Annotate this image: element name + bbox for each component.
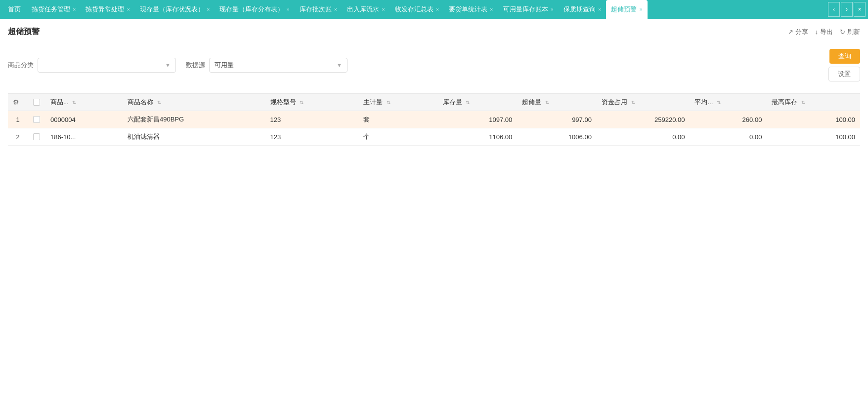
category-select[interactable]: ▼ — [38, 58, 176, 73]
row-avg: 0.00 — [690, 128, 767, 146]
chevron-down-icon: ▼ — [165, 62, 171, 68]
page-actions: ↗ 分享 ↓ 导出 ↻ 刷新 — [788, 28, 861, 37]
row-capital: 259220.00 — [597, 111, 690, 128]
export-icon: ↓ — [815, 28, 819, 36]
row-checkbox-cell — [28, 128, 45, 146]
th-unit[interactable]: 主计量 ⇅ — [358, 94, 438, 111]
table-row: 1 0000004 六配套新昌490BPG 123 套 1097.00 997.… — [8, 111, 860, 128]
sort-icon: ⇅ — [717, 100, 721, 105]
row-name: 机油滤清器 — [123, 128, 265, 146]
header-checkbox[interactable] — [33, 99, 40, 106]
tab-jianhuoyichangchuli[interactable]: 拣货异常处理 × — [81, 0, 134, 19]
row-maxstock: 100.00 — [767, 111, 860, 128]
row-num: 1 — [8, 111, 28, 128]
row-checkbox[interactable] — [33, 116, 40, 123]
nav-home[interactable]: 首页 — [2, 5, 27, 14]
close-icon[interactable]: × — [207, 6, 210, 12]
th-overstock[interactable]: 超储量 ⇅ — [517, 94, 597, 111]
nav-prev-button[interactable]: ‹ — [828, 2, 840, 17]
tab-jianhuorenwuguanli[interactable]: 拣货任务管理 × — [27, 0, 81, 19]
row-maxstock: 100.00 — [767, 128, 860, 146]
row-code: 0000004 — [45, 111, 123, 128]
tab-xiancunliang-kuanchuang[interactable]: 现存量（库存状况表） × — [135, 0, 215, 19]
close-icon[interactable]: × — [127, 6, 130, 12]
page-content: 超储预警 ↗ 分享 ↓ 导出 ↻ 刷新 商品分类 ▼ 数据源 — [0, 19, 868, 395]
datasource-filter-group: 数据源 可用量 ▼ — [186, 58, 347, 73]
th-avg[interactable]: 平均... ⇅ — [690, 94, 767, 111]
filter-row: 商品分类 ▼ 数据源 可用量 ▼ 查询 设置 — [8, 44, 860, 86]
datasource-select[interactable]: 可用量 ▼ — [209, 58, 347, 73]
tab-keyongliang[interactable]: 可用量库存账本 × — [498, 0, 559, 19]
close-icon[interactable]: × — [334, 6, 337, 12]
row-stock: 1097.00 — [438, 111, 518, 128]
page-title: 超储预警 — [8, 27, 40, 37]
row-unit: 套 — [358, 111, 438, 128]
table-body: 1 0000004 六配套新昌490BPG 123 套 1097.00 997.… — [8, 111, 860, 146]
th-spec[interactable]: 规格型号 ⇅ — [265, 94, 359, 111]
tab-shofahuizong[interactable]: 收发存汇总表 × — [390, 0, 444, 19]
export-button[interactable]: ↓ 导出 — [815, 28, 833, 37]
close-icon[interactable]: × — [436, 6, 439, 12]
top-nav: 首页 拣货任务管理 × 拣货异常处理 × 现存量（库存状况表） × 现存量（库存… — [0, 0, 868, 19]
sort-icon: ⇅ — [631, 100, 635, 105]
datasource-select-value: 可用量 — [215, 61, 234, 70]
th-capital[interactable]: 资金占用 ⇅ — [597, 94, 690, 111]
datasource-label: 数据源 — [186, 61, 205, 70]
tab-yaohuodantongji[interactable]: 要货单统计表 × — [444, 0, 498, 19]
sort-icon: ⇅ — [300, 100, 304, 105]
tab-kucunpici[interactable]: 库存批次账 × — [295, 0, 342, 19]
row-name: 六配套新昌490BPG — [123, 111, 265, 128]
share-button[interactable]: ↗ 分享 — [788, 28, 808, 37]
sort-icon: ⇅ — [466, 100, 470, 105]
th-checkbox[interactable] — [28, 94, 45, 111]
refresh-button[interactable]: ↻ 刷新 — [840, 28, 860, 37]
row-checkbox-cell — [28, 111, 45, 128]
gear-icon[interactable]: ⚙ — [13, 98, 19, 106]
th-settings[interactable]: ⚙ — [8, 94, 28, 111]
tab-chaochu-active[interactable]: 超储预警 × — [606, 0, 647, 19]
row-code: 186-10... — [45, 128, 123, 146]
chevron-down-icon: ▼ — [337, 62, 342, 68]
row-overstock: 1006.00 — [517, 128, 597, 146]
sort-icon: ⇅ — [545, 100, 549, 105]
th-name[interactable]: 商品名称 ⇅ — [123, 94, 265, 111]
close-icon[interactable]: × — [598, 6, 601, 12]
sort-icon: ⇅ — [157, 100, 161, 105]
row-spec: 123 — [265, 128, 359, 146]
row-avg: 260.00 — [690, 111, 767, 128]
share-icon: ↗ — [788, 28, 793, 36]
tab-baozhuqi[interactable]: 保质期查询 × — [559, 0, 606, 19]
settings-button[interactable]: 设置 — [828, 67, 860, 81]
row-checkbox[interactable] — [33, 133, 40, 140]
tab-churukuliushui[interactable]: 出入库流水 × — [342, 0, 390, 19]
nav-arrows: ‹ › × — [827, 0, 866, 19]
refresh-icon: ↻ — [840, 28, 845, 36]
sort-icon: ⇅ — [72, 100, 76, 105]
sort-icon: ⇅ — [801, 100, 805, 105]
th-stock[interactable]: 库存量 ⇅ — [438, 94, 518, 111]
sort-icon: ⇅ — [387, 100, 391, 105]
nav-close-button[interactable]: × — [854, 2, 866, 17]
row-capital: 0.00 — [597, 128, 690, 146]
row-stock: 1106.00 — [438, 128, 518, 146]
close-icon[interactable]: × — [286, 6, 289, 12]
close-icon[interactable]: × — [551, 6, 554, 12]
row-num: 2 — [8, 128, 28, 146]
data-table: ⚙ 商品... ⇅ 商品名称 ⇅ 规格型号 ⇅ — [8, 93, 860, 146]
close-icon[interactable]: × — [639, 6, 642, 12]
close-icon[interactable]: × — [73, 6, 76, 12]
category-filter-group: 商品分类 ▼ — [8, 58, 176, 73]
close-icon[interactable]: × — [382, 6, 385, 12]
th-maxstock[interactable]: 最高库存 ⇅ — [767, 94, 860, 111]
close-icon[interactable]: × — [490, 6, 493, 12]
category-label: 商品分类 — [8, 61, 34, 70]
action-buttons: 查询 设置 — [828, 49, 860, 81]
th-code[interactable]: 商品... ⇅ — [45, 94, 123, 111]
nav-next-button[interactable]: › — [841, 2, 853, 17]
row-overstock: 997.00 — [517, 111, 597, 128]
table-row: 2 186-10... 机油滤清器 123 个 1106.00 1006.00 … — [8, 128, 860, 146]
page-header: 超储预警 ↗ 分享 ↓ 导出 ↻ 刷新 — [8, 27, 860, 37]
tab-xiancunliang-fenbiao[interactable]: 现存量（库存分布表） × — [215, 0, 294, 19]
query-button[interactable]: 查询 — [829, 49, 860, 64]
table-header-row: ⚙ 商品... ⇅ 商品名称 ⇅ 规格型号 ⇅ — [8, 94, 860, 111]
